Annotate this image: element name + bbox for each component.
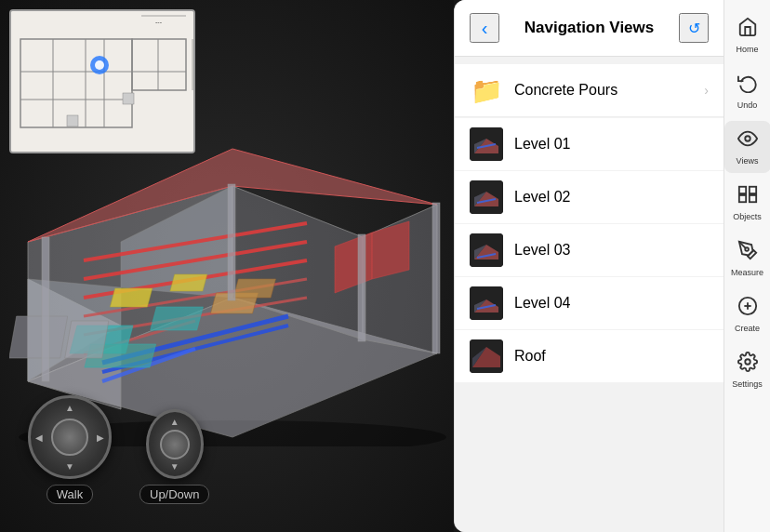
toolbar-settings-label: Settings	[732, 379, 763, 389]
right-toolbar: Home Undo Views Objects	[724, 0, 770, 532]
svg-rect-70	[749, 187, 755, 193]
svg-rect-42	[65, 321, 109, 358]
level-01-label: Level 01	[514, 136, 709, 153]
walk-control-group: ▲ ▼ ◀ ▶ Walk	[28, 395, 112, 504]
level-04-thumb	[470, 286, 503, 320]
controls-container: ▲ ▼ ◀ ▶ Walk ▲ ▼ Up/Down	[28, 395, 209, 504]
toolbar-views-label: Views	[737, 156, 759, 166]
svg-rect-48	[432, 203, 440, 353]
svg-marker-44	[372, 221, 409, 279]
nav-item-level-03[interactable]: Level 03	[455, 224, 724, 276]
toolbar-create[interactable]: Create	[724, 288, 771, 340]
walk-arrows: ▲ ▼ ◀ ▶	[31, 398, 109, 476]
level-02-label: Level 02	[514, 189, 709, 206]
svg-point-77	[745, 359, 750, 365]
roof-thumb	[470, 339, 503, 373]
svg-rect-69	[738, 187, 745, 193]
svg-rect-40	[233, 279, 275, 298]
nav-panel-title: Navigation Views	[499, 19, 679, 37]
nav-item-level-04[interactable]: Level 04	[455, 277, 724, 329]
nav-header: ‹ Navigation Views ↺	[455, 0, 724, 57]
svg-rect-38	[170, 274, 207, 291]
updown-arrows: ▲ ▼	[149, 412, 201, 476]
level-03-label: Level 03	[514, 242, 709, 259]
svg-point-73	[745, 247, 749, 251]
level-02-thumb	[470, 180, 503, 214]
svg-point-68	[745, 136, 750, 141]
toolbar-objects-label: Objects	[733, 212, 762, 221]
updown-joystick[interactable]: ▲ ▼	[146, 409, 204, 479]
nav-item-level-02[interactable]: Level 02	[455, 171, 724, 223]
svg-rect-37	[110, 288, 152, 307]
walk-label: Walk	[46, 485, 93, 504]
toolbar-objects[interactable]: Objects	[724, 177, 771, 229]
create-icon	[737, 296, 758, 321]
svg-rect-35	[151, 307, 204, 330]
nav-item-concrete-pours[interactable]: 📁 Concrete Pours ›	[455, 64, 724, 117]
toolbar-measure-label: Measure	[731, 268, 763, 277]
ud-arrow-down-icon: ▼	[170, 461, 179, 472]
objects-icon	[737, 184, 758, 209]
chevron-right-icon: ›	[704, 83, 709, 98]
measure-icon	[737, 240, 758, 265]
nav-item-level-01[interactable]: Level 01	[455, 118, 724, 170]
svg-rect-71	[738, 195, 745, 202]
arrow-left-icon: ◀	[35, 432, 43, 443]
arrow-right-icon: ▶	[97, 432, 104, 443]
nav-back-button[interactable]: ‹	[470, 13, 499, 43]
svg-rect-45	[42, 237, 49, 381]
svg-rect-41	[9, 316, 68, 358]
walk-joystick[interactable]: ▲ ▼ ◀ ▶	[28, 395, 112, 479]
nav-list: 📁 Concrete Pours › Level 01	[455, 57, 724, 532]
concrete-pours-label: Concrete Pours	[514, 82, 693, 99]
toolbar-home-label: Home	[736, 45, 758, 54]
updown-control-group: ▲ ▼ Up/Down	[139, 409, 209, 504]
svg-rect-47	[358, 234, 365, 341]
level-01-thumb	[470, 127, 503, 161]
viewport: ---	[0, 0, 454, 532]
nav-item-roof[interactable]: Roof	[455, 330, 724, 382]
toolbar-home[interactable]: Home	[724, 9, 771, 61]
toolbar-undo[interactable]: Undo	[724, 65, 771, 117]
toolbar-views[interactable]: Views	[724, 121, 771, 173]
roof-label: Roof	[514, 348, 709, 365]
svg-rect-46	[228, 184, 235, 300]
nav-refresh-button[interactable]: ↺	[679, 13, 709, 43]
arrow-down-icon: ▼	[65, 461, 74, 472]
ud-arrow-up-icon: ▲	[170, 417, 179, 427]
arrow-up-icon: ▲	[65, 403, 74, 413]
toolbar-measure[interactable]: Measure	[724, 233, 771, 285]
folder-icon: 📁	[471, 75, 503, 106]
toolbar-settings[interactable]: Settings	[724, 344, 771, 396]
settings-icon	[737, 352, 758, 377]
svg-rect-72	[749, 195, 755, 202]
folder-icon-container: 📁	[470, 73, 503, 107]
level-03-thumb	[470, 233, 503, 267]
updown-label: Up/Down	[139, 485, 209, 504]
toolbar-undo-label: Undo	[737, 100, 758, 110]
nav-panel: ‹ Navigation Views ↺ 📁 Concrete Pours › …	[454, 0, 724, 532]
views-icon	[737, 128, 758, 153]
undo-icon	[737, 73, 758, 98]
toolbar-create-label: Create	[735, 324, 760, 333]
level-04-label: Level 04	[514, 295, 709, 312]
home-icon	[737, 17, 758, 42]
